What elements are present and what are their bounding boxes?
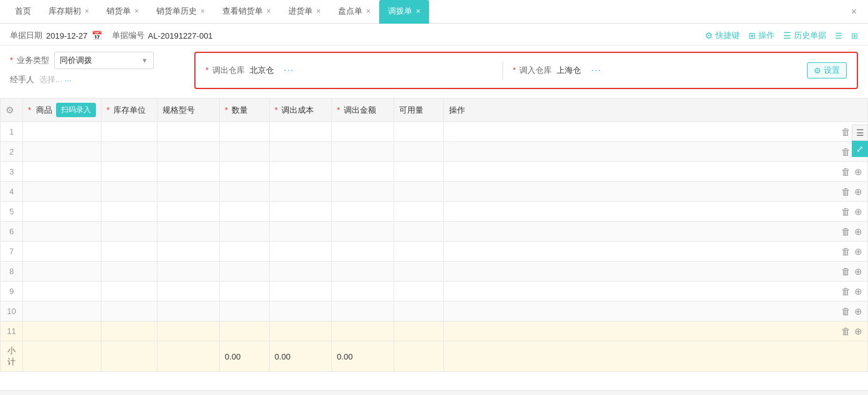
table-cell-product[interactable] [23,302,101,321]
delete-icon[interactable]: 🗑 [841,186,851,197]
history-action[interactable]: ☰ 历史单据 [783,30,826,41]
table-cell-product[interactable] [23,282,101,302]
operate-action[interactable]: ⊞ 操作 [748,30,775,41]
delete-icon[interactable]: 🗑 [841,266,851,277]
delete-icon[interactable]: 🗑 [841,326,851,336]
layout-action[interactable]: ☰ [835,31,842,40]
table-cell-product[interactable] [23,122,101,142]
table-cell-spec [158,222,220,242]
business-type-select[interactable]: 同价调拨 ▼ [54,52,154,69]
tab-home[interactable]: 首页 [6,0,40,24]
delete-icon[interactable]: 🗑 [841,306,851,316]
table-cell-unit [101,242,158,262]
table-cell-unit [101,282,158,302]
settings-icon: ⚙ [814,66,821,75]
copy-icon[interactable]: ⊕ [854,286,862,297]
delete-icon[interactable]: 🗑 [841,206,851,217]
delete-icon[interactable]: 🗑 [841,246,851,257]
table-cell-cost [270,122,332,142]
person-selector[interactable]: 选择... ··· [39,74,72,85]
delete-icon[interactable]: 🗑 [841,146,851,157]
table-cell-product[interactable] [23,162,101,182]
close-tab-sales-order[interactable]: × [134,7,139,15]
copy-icon[interactable]: ⊕ [854,186,862,198]
tab-inventory-init[interactable]: 库存期初 × [40,0,98,24]
table-cell-spec [158,321,220,341]
close-window-btn[interactable]: × [846,6,862,17]
close-tab-purchase-order[interactable]: × [316,7,321,15]
delete-icon[interactable]: 🗑 [841,226,851,237]
table-cell-cost [270,202,332,222]
delete-icon[interactable]: 🗑 [841,126,851,137]
copy-icon[interactable]: ⊕ [854,226,862,237]
warehouse-in-dots-icon[interactable]: ··· [591,65,601,76]
person-field: 经手人 选择... ··· [10,74,184,85]
gear-icon[interactable]: ⚙ [6,105,14,115]
table-cell-available [394,222,444,242]
close-tab-inventory-count[interactable]: × [366,7,370,15]
table-cell-product[interactable] [23,182,101,202]
row-num: 6 [1,222,23,242]
warehouse-divider [502,61,503,80]
table-cell-actions: 🗑 ⊕ [444,142,868,162]
table-cell-spec [158,242,220,262]
copy-icon[interactable]: ⊕ [854,246,862,257]
table-cell-qty [220,182,270,202]
sidebar-expand-btn[interactable]: ⤢ [852,141,868,157]
grid-layout-action[interactable]: ⊞ [851,31,858,40]
th-unit: * 库存单位 [101,98,158,122]
delete-icon[interactable]: 🗑 [841,286,851,297]
business-type-label: * 业务类型 [10,55,49,66]
row-num: 2 [1,142,23,162]
close-tab-sales-history[interactable]: × [200,7,205,15]
number-label: 单据编号 [112,30,144,41]
close-tab-inventory-init[interactable]: × [85,7,89,15]
bottom-scrollbar[interactable] [0,390,868,395]
table-cell-unit [101,222,158,242]
table-cell-cost [270,302,332,321]
copy-icon[interactable]: ⊕ [854,206,862,217]
tab-inventory-count[interactable]: 盘点单 × [329,0,379,24]
table-cell-cost [270,162,332,182]
table-cell-product[interactable] [23,242,101,262]
copy-icon[interactable]: ⊕ [854,306,862,317]
copy-icon[interactable]: ⊕ [854,266,862,277]
table-cell-product[interactable] [23,222,101,242]
table-cell-available [394,142,444,162]
table-cell-product[interactable] [23,262,101,282]
table-cell-product[interactable] [23,142,101,162]
close-tab-transfer-order[interactable]: × [416,7,420,15]
table-cell-amount [332,202,394,222]
sidebar-note-btn[interactable]: ☰ [852,125,868,141]
table-cell-amount [332,282,394,302]
number-value: AL-20191227-001 [148,31,213,40]
person-dots-icon[interactable]: ··· [65,75,72,85]
tab-purchase-order[interactable]: 进货单 × [280,0,329,24]
table-cell-available [394,321,444,341]
tab-transfer-order[interactable]: 调拨单 × [379,0,429,24]
copy-icon[interactable]: ⊕ [854,326,862,337]
tab-view-sales[interactable]: 查看销货单 × [214,0,280,24]
copy-icon[interactable]: ⊕ [854,166,862,178]
tab-sales-order[interactable]: 销货单 × [98,0,148,24]
warehouse-in-value: 上海仓 [557,65,581,76]
close-tab-view-sales[interactable]: × [267,7,271,15]
th-available: 可用量 [394,98,444,122]
delete-icon[interactable]: 🗑 [841,166,851,177]
table-cell-actions: 🗑 ⊕ [444,202,868,222]
table-cell-cost [270,282,332,302]
calendar-icon[interactable]: 📅 [92,31,102,40]
warehouse-out-dots-icon[interactable]: ··· [284,65,294,76]
settings-button[interactable]: ⚙ 设置 [807,62,847,79]
table-cell-product[interactable] [23,202,101,222]
right-sidebar: ☰ ⤢ [852,125,868,157]
table-cell-unit [101,302,158,321]
table-cell-actions: 🗑 ⊕ [444,302,868,321]
subtotal-amount: 0.00 [332,341,394,372]
layout-icon: ☰ [835,31,842,40]
th-gear[interactable]: ⚙ [1,98,23,122]
scan-button[interactable]: 扫码录入 [56,103,96,117]
shortcut-action[interactable]: ⚙ 快捷键 [705,30,740,41]
tab-sales-history[interactable]: 销货单历史 × [148,0,214,24]
table-cell-product[interactable] [23,321,101,341]
